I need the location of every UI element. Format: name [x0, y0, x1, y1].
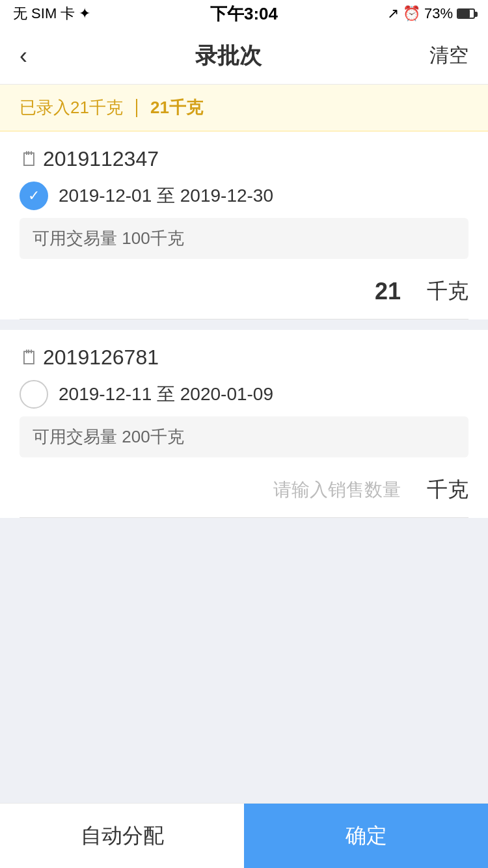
batch-1-id: 2019112347	[43, 147, 159, 171]
location-icon: ↗	[387, 5, 399, 22]
nav-bar: ‹ 录批次 清空	[0, 27, 488, 85]
batch-1-date-row[interactable]: ✓ 2019-12-01 至 2019-12-30	[0, 176, 488, 218]
bottom-bar: 自动分配 确定	[0, 803, 488, 868]
batch-1-quantity-value: 21	[375, 278, 401, 305]
batch-2-volume: 可用交易量 200千克	[20, 416, 468, 457]
status-bar: 无 SIM 卡 ✦ 下午3:04 ↗ ⏰ 73%	[0, 0, 488, 27]
batch-card-1: 🗒 2019112347 ✓ 2019-12-01 至 2019-12-30 可…	[0, 131, 488, 319]
status-time: 下午3:04	[210, 3, 278, 25]
section-gap	[0, 319, 488, 330]
status-right: ↗ ⏰ 73%	[387, 5, 475, 22]
empty-area	[0, 518, 488, 803]
alarm-icon: ⏰	[403, 5, 420, 22]
batch-1-quantity-row: 21 千克	[0, 267, 488, 319]
batch-1-radio[interactable]: ✓	[20, 182, 48, 210]
recorded-amount-label: 已录入21千克	[20, 96, 123, 119]
batch-1-date: 2019-12-01 至 2019-12-30	[59, 183, 273, 208]
batch-card-2: 🗒 2019126781 2019-12-11 至 2020-01-09 可用交…	[0, 330, 488, 518]
batch-1-unit: 千克	[427, 277, 468, 306]
back-button[interactable]: ‹	[20, 42, 27, 70]
recorded-amount-value: 21千克	[150, 96, 203, 119]
no-sim-text: 无 SIM 卡 ✦	[13, 4, 90, 23]
confirm-label: 确定	[346, 822, 387, 850]
batch-2-date: 2019-12-11 至 2020-01-09	[59, 382, 273, 407]
page-title: 录批次	[195, 41, 262, 71]
doc-icon-1: 🗒	[20, 148, 39, 170]
clear-button[interactable]: 清空	[429, 42, 468, 69]
batch-2-radio[interactable]	[20, 380, 48, 409]
status-left: 无 SIM 卡 ✦	[13, 4, 90, 23]
battery-icon	[457, 8, 475, 19]
confirm-button[interactable]: 确定	[244, 804, 488, 868]
doc-icon-2: 🗒	[20, 347, 39, 369]
batch-1-volume: 可用交易量 100千克	[20, 218, 468, 259]
info-banner: 已录入21千克 21千克	[0, 85, 488, 131]
check-icon-1: ✓	[28, 187, 40, 204]
batch-2-unit: 千克	[427, 476, 468, 504]
battery-text: 73%	[424, 5, 453, 22]
auto-distribute-label: 自动分配	[81, 822, 164, 850]
batch-1-header: 🗒 2019112347	[0, 131, 488, 176]
batch-2-header: 🗒 2019126781	[0, 330, 488, 375]
batch-2-quantity-placeholder: 请输入销售数量	[273, 478, 401, 502]
batch-2-quantity-row[interactable]: 请输入销售数量 千克	[0, 465, 488, 517]
banner-divider	[136, 99, 137, 117]
batch-2-id: 2019126781	[43, 346, 159, 370]
batch-2-date-row[interactable]: 2019-12-11 至 2020-01-09	[0, 375, 488, 416]
auto-distribute-button[interactable]: 自动分配	[0, 804, 244, 868]
